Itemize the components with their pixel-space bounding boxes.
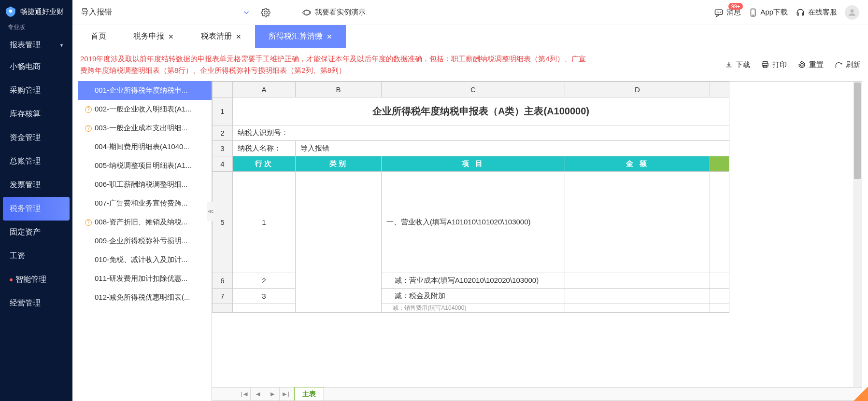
- nav-item-8[interactable]: 工资: [0, 244, 72, 268]
- form-list-item-3[interactable]: 004-期间费用明细表(A1040...: [78, 138, 212, 156]
- col-header-C[interactable]: C: [382, 82, 565, 97]
- sheet-title[interactable]: 企业所得税年度纳税申报表（A类）主表(A100000): [233, 97, 729, 125]
- brand-name: 畅捷通好业财: [20, 7, 64, 16]
- tab-close-icon[interactable]: ✕: [236, 33, 242, 41]
- svg-point-4: [717, 12, 718, 13]
- row5-num[interactable]: 1: [233, 172, 296, 273]
- nav-item-6[interactable]: 税务管理: [3, 197, 70, 221]
- row6-amount[interactable]: [565, 273, 710, 289]
- question-icon: ?: [85, 125, 92, 132]
- row-header-4[interactable]: 4: [213, 156, 233, 172]
- row8-amount[interactable]: [565, 304, 710, 313]
- col-header-A[interactable]: A: [233, 82, 296, 97]
- row5-amount[interactable]: [565, 172, 710, 273]
- row6-num[interactable]: 2: [233, 273, 296, 289]
- nav-item-9[interactable]: 智能管理: [0, 268, 72, 291]
- row7-extra[interactable]: [710, 289, 729, 304]
- nav-item-4[interactable]: 总账管理: [0, 150, 72, 173]
- form-list-item-10[interactable]: 011-研发费用加计扣除优惠...: [78, 269, 212, 288]
- collapse-handle[interactable]: ≪: [207, 202, 214, 221]
- nav-item-2[interactable]: 库存核算: [0, 102, 72, 126]
- row-header-1[interactable]: 1: [213, 97, 233, 125]
- tab-close-icon[interactable]: ✕: [327, 33, 332, 41]
- row6-item[interactable]: 减：营业成本(填写A102010\102020\103000): [382, 273, 565, 289]
- row8-num[interactable]: [233, 304, 296, 313]
- form-list-item-9[interactable]: 010-免税、减计收入及加计...: [78, 250, 212, 269]
- tab-1[interactable]: 税务申报✕: [120, 25, 187, 48]
- taxpayer-name-label[interactable]: 纳税人名称：: [233, 141, 296, 156]
- nav-first-partial[interactable]: 报表管理 ▾: [0, 35, 72, 55]
- row5-item[interactable]: 一、营业收入(填写A101010\101020\103000): [382, 172, 565, 273]
- print-button[interactable]: 打印: [761, 60, 787, 69]
- form-list-item-6[interactable]: 007-广告费和业务宣传费跨...: [78, 194, 212, 213]
- taxpayer-name-value[interactable]: 导入报错: [296, 141, 729, 156]
- row5-category[interactable]: [296, 172, 382, 313]
- header-col2[interactable]: 类别: [296, 156, 382, 172]
- form-list-item-1[interactable]: ?002-一般企业收入明细表(A1...: [78, 100, 212, 119]
- header-extra[interactable]: [710, 156, 729, 172]
- row-header-8[interactable]: [213, 304, 233, 313]
- row7-amount[interactable]: [565, 289, 710, 304]
- sheet-corner[interactable]: [213, 82, 233, 97]
- sheet-nav-first[interactable]: ❘◀: [236, 387, 251, 401]
- row-header-3[interactable]: 3: [213, 141, 233, 156]
- form-list-item-5[interactable]: 006-职工薪酬纳税调整明细...: [78, 175, 212, 194]
- row-header-5[interactable]: 5: [213, 172, 233, 273]
- form-list-item-0[interactable]: 001-企业所得税年度纳税申...: [78, 81, 212, 100]
- form-list-item-7[interactable]: ?008-资产折旧、摊销及纳税...: [78, 213, 212, 232]
- tab-0[interactable]: 首页: [77, 25, 120, 48]
- corner-indicator[interactable]: [854, 387, 868, 401]
- tab-3[interactable]: 所得税汇算清缴✕: [255, 25, 346, 48]
- header-col3[interactable]: 项 目: [382, 156, 565, 172]
- messages-button[interactable]: 消息 99+: [714, 8, 741, 17]
- sheet-nav-prev[interactable]: ◀: [251, 387, 265, 401]
- row-header-7[interactable]: 7: [213, 289, 233, 304]
- download-button[interactable]: 下载: [725, 60, 750, 69]
- tab-close-icon[interactable]: ✕: [168, 33, 174, 41]
- row6-extra[interactable]: [710, 273, 729, 289]
- col-header-extra[interactable]: [710, 82, 729, 97]
- main-area: 导入报错 我要看实例演示 消息 99+ App下载: [72, 0, 868, 401]
- row-header-6[interactable]: 6: [213, 273, 233, 289]
- brand-logo-icon: [4, 5, 17, 18]
- reset-button[interactable]: 重置: [797, 60, 824, 69]
- demo-link[interactable]: 我要看实例演示: [301, 7, 366, 18]
- sheet-nav-last[interactable]: ▶❘: [280, 387, 294, 401]
- nav-item-7[interactable]: 固定资产: [0, 221, 72, 244]
- refresh-icon: [834, 60, 843, 69]
- refresh-button[interactable]: 刷新: [834, 60, 860, 69]
- sheet-nav-next[interactable]: ▶: [265, 387, 280, 401]
- nav-item-1[interactable]: 采购管理: [0, 79, 72, 102]
- form-list-item-2[interactable]: ?003-一般企业成本支出明细...: [78, 119, 212, 138]
- spreadsheet: A B C D 1 企业所得税年度纳税申报表（A类）主表(A100000): [212, 81, 862, 401]
- form-list-item-11[interactable]: 012-减免所得税优惠明细表(...: [78, 288, 212, 307]
- row5-extra[interactable]: [710, 172, 729, 273]
- app-download-button[interactable]: App下载: [749, 8, 788, 17]
- taxpayer-id-row[interactable]: 纳税人识别号：: [233, 125, 729, 141]
- nav-item-10[interactable]: 经营管理: [0, 291, 72, 315]
- nav-item-5[interactable]: 发票管理: [0, 173, 72, 197]
- row7-num[interactable]: 3: [233, 289, 296, 304]
- nav-item-3[interactable]: 资金管理: [0, 126, 72, 150]
- nav-item-0[interactable]: 小畅电商: [0, 55, 72, 79]
- row8-extra[interactable]: [710, 304, 729, 313]
- content: 2019年度涉及取以前年度结转数据的申报表单元格需要手工维护正确，才能保证本年及…: [72, 48, 868, 401]
- row7-item[interactable]: 减：税金及附加: [382, 289, 565, 304]
- sheet-tab-main[interactable]: 主表: [294, 387, 324, 401]
- row-header-2[interactable]: 2: [213, 125, 233, 141]
- settings-icon[interactable]: [260, 7, 271, 18]
- online-service-button[interactable]: 在线客服: [796, 8, 837, 17]
- form-list-item-4[interactable]: 005-纳税调整项目明细表(A1...: [78, 156, 212, 175]
- vertical-scrollbar[interactable]: [853, 82, 862, 387]
- user-avatar[interactable]: [845, 5, 859, 20]
- dropdown-icon[interactable]: [241, 7, 252, 18]
- header-col4[interactable]: 金 额: [565, 156, 710, 172]
- tab-2[interactable]: 税表清册✕: [187, 25, 255, 48]
- question-icon: ?: [85, 219, 92, 226]
- form-list-item-8[interactable]: 009-企业所得税弥补亏损明...: [78, 232, 212, 250]
- header-col1[interactable]: 行次: [233, 156, 296, 172]
- col-header-B[interactable]: B: [296, 82, 382, 97]
- page-title: 导入报错: [81, 7, 112, 17]
- col-header-D[interactable]: D: [565, 82, 710, 97]
- row8-item[interactable]: 减：销售费用(填写A104000): [382, 304, 565, 313]
